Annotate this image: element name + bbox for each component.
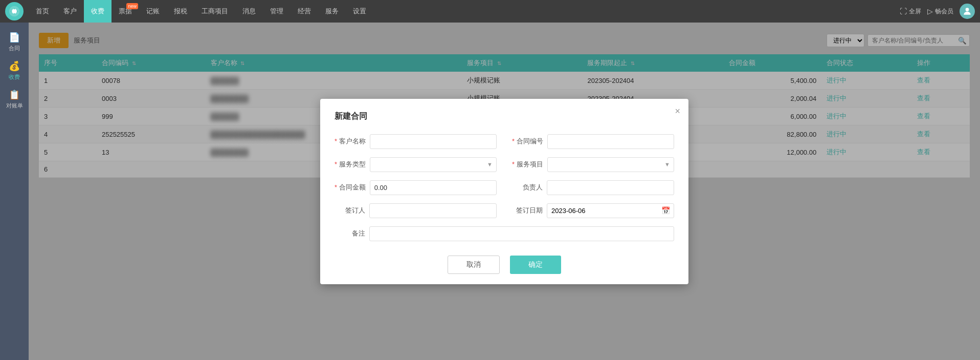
logo xyxy=(5,2,24,20)
sidebar-label-reconciliation: 对账单 xyxy=(6,102,23,110)
modal-overlay[interactable]: × 新建合同 客户名称 合同编号 服务类型 xyxy=(29,23,980,360)
remark-row: 备注 xyxy=(335,226,674,241)
amount-row: 合同金额 xyxy=(335,180,497,195)
form-grid: 客户名称 合同编号 服务类型 ▼ xyxy=(335,134,674,241)
signer-label: 签订人 xyxy=(335,206,365,215)
nav-operation[interactable]: 经营 xyxy=(291,0,318,23)
nav-invoice[interactable]: 票据 new xyxy=(112,0,139,23)
amount-label: 合同金额 xyxy=(335,183,366,192)
sign-date-input[interactable] xyxy=(547,203,674,218)
cancel-button[interactable]: 取消 xyxy=(448,256,500,274)
nav-message[interactable]: 消息 xyxy=(235,0,263,23)
nav-right: ⛶ 全屏 ▷ 畅会员 xyxy=(900,4,975,19)
new-badge: new xyxy=(126,3,138,9)
remark-input[interactable] xyxy=(369,226,674,241)
signer-row: 签订人 xyxy=(335,203,497,218)
service-item-select[interactable] xyxy=(547,157,674,172)
main-layout: 📄 合同 💰 收费 📋 对账单 新增 服务项目 进行中 已完成 已终止 xyxy=(0,23,980,360)
responsible-row: 负责人 xyxy=(512,180,674,195)
sidebar-item-contract[interactable]: 📄 合同 xyxy=(0,28,29,56)
nav-tax[interactable]: 报税 xyxy=(167,0,194,23)
contract-no-row: 合同编号 xyxy=(512,134,674,149)
responsible-label: 负责人 xyxy=(512,183,543,192)
sidebar-label-billing: 收费 xyxy=(9,73,20,81)
service-type-row: 服务类型 ▼ xyxy=(335,157,497,172)
reconciliation-icon: 📋 xyxy=(9,89,20,100)
nav-service[interactable]: 服务 xyxy=(318,0,346,23)
service-type-label: 服务类型 xyxy=(335,160,366,169)
svg-point-0 xyxy=(966,8,969,11)
customer-name-label: 客户名称 xyxy=(335,137,366,146)
sign-date-label: 签订日期 xyxy=(512,206,543,215)
nav-items: 首页 客户 收费 票据 new 记账 报税 工商项目 消息 管理 经营 服务 设… xyxy=(29,0,900,23)
service-item-row: 服务项目 ▼ xyxy=(512,157,674,172)
nav-business[interactable]: 工商项目 xyxy=(194,0,235,23)
service-item-select-wrap: ▼ xyxy=(547,157,674,172)
nav-billing[interactable]: 收费 xyxy=(84,0,112,23)
sign-date-row: 签订日期 📅 xyxy=(512,203,674,218)
contract-icon: 📄 xyxy=(9,32,20,43)
remark-label: 备注 xyxy=(335,229,365,238)
sidebar-item-billing[interactable]: 💰 收费 xyxy=(0,56,29,85)
nav-customer[interactable]: 客户 xyxy=(56,0,84,23)
content-area: 新增 服务项目 进行中 已完成 已终止 🔍 序号 合同 xyxy=(29,23,980,360)
sidebar: 📄 合同 💰 收费 📋 对账单 xyxy=(0,23,29,360)
close-button[interactable]: × xyxy=(675,106,680,117)
contract-no-label: 合同编号 xyxy=(512,137,543,146)
sign-date-wrap: 📅 xyxy=(547,203,674,218)
member-button[interactable]: ▷ 畅会员 xyxy=(927,7,953,16)
dialog-footer: 取消 确定 xyxy=(335,256,674,274)
avatar[interactable] xyxy=(960,4,975,19)
nav-settings[interactable]: 设置 xyxy=(346,0,373,23)
amount-input[interactable] xyxy=(370,180,497,195)
top-nav: 首页 客户 收费 票据 new 记账 报税 工商项目 消息 管理 经营 服务 设… xyxy=(0,0,980,23)
responsible-input[interactable] xyxy=(547,180,674,195)
sidebar-label-contract: 合同 xyxy=(9,45,20,52)
fullscreen-button[interactable]: ⛶ 全屏 xyxy=(900,7,921,16)
service-type-select-wrap: ▼ xyxy=(370,157,497,172)
dialog-title: 新建合同 xyxy=(335,111,674,122)
service-type-select[interactable] xyxy=(370,157,497,172)
nav-bookkeeping[interactable]: 记账 xyxy=(139,0,167,23)
billing-icon: 💰 xyxy=(9,60,20,72)
customer-name-row: 客户名称 xyxy=(335,134,497,149)
contract-no-input[interactable] xyxy=(547,134,674,149)
customer-name-input[interactable] xyxy=(370,134,497,149)
confirm-button[interactable]: 确定 xyxy=(510,256,561,274)
nav-home[interactable]: 首页 xyxy=(29,0,56,23)
sidebar-item-reconciliation[interactable]: 📋 对账单 xyxy=(0,85,29,114)
signer-input[interactable] xyxy=(369,203,497,218)
new-contract-dialog: × 新建合同 客户名称 合同编号 服务类型 xyxy=(320,99,688,284)
service-item-label: 服务项目 xyxy=(512,160,543,169)
nav-manage[interactable]: 管理 xyxy=(263,0,291,23)
calendar-icon[interactable]: 📅 xyxy=(661,206,670,215)
